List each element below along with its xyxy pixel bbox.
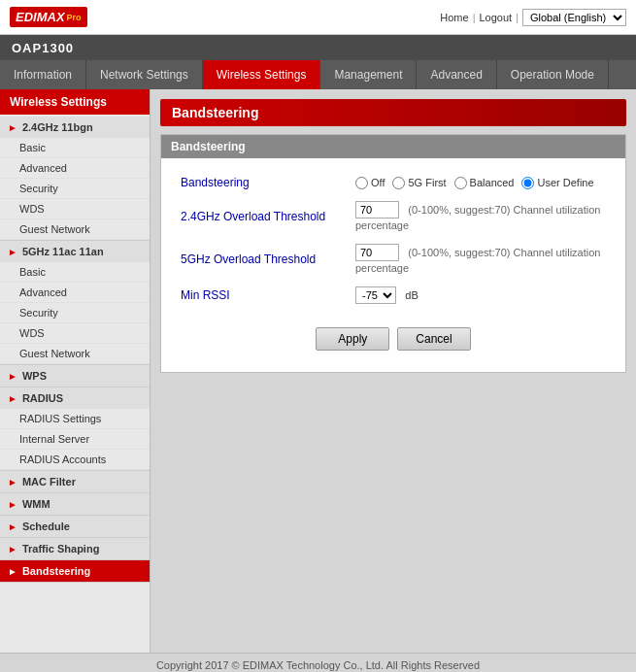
arrow-icon-wps: ►	[8, 371, 17, 382]
sidebar-item-5ghz-advanced[interactable]: Advanced	[0, 283, 150, 303]
sidebar-2ghz-label: 2.4GHz 11bgn	[22, 121, 93, 133]
sidebar-item-mac-filter[interactable]: ► MAC Filter	[0, 471, 150, 493]
logo-text: EDIMAX	[16, 10, 65, 24]
radio-off[interactable]: Off	[355, 177, 385, 189]
sidebar-item-5ghz-wds[interactable]: WDS	[0, 323, 150, 344]
logo-area: EDIMAX Pro	[10, 7, 87, 27]
sidebar-item-2ghz-wds[interactable]: WDS	[0, 199, 150, 219]
content-area: Bandsteering Bandsteering Bandsteering	[151, 89, 636, 653]
sidebar-title: Wireless Settings	[0, 89, 150, 115]
row-2ghz-threshold: 2.4GHz Overload Threshold (0-100%, sugge…	[177, 195, 610, 238]
min-rssi-select[interactable]: -75 -70 -65 -80 -85	[355, 286, 396, 304]
sidebar-group-header-2ghz[interactable]: ► 2.4GHz 11bgn	[0, 117, 150, 138]
sidebar-group-radius: ► RADIUS RADIUS Settings Internal Server…	[0, 387, 150, 471]
radio-label-5gfirst: 5G First	[408, 177, 446, 188]
min-rssi-label: Min RSSI	[177, 281, 351, 310]
nav-management[interactable]: Management	[320, 60, 417, 89]
sep1: |	[473, 12, 476, 23]
threshold-2g-label: 2.4GHz Overload Threshold	[177, 195, 351, 238]
apply-button[interactable]: Apply	[316, 327, 389, 351]
sidebar-item-wps[interactable]: ► WPS	[0, 365, 150, 387]
sidebar-item-5ghz-security[interactable]: Security	[0, 303, 150, 323]
radio-userdefine[interactable]: User Define	[521, 177, 593, 189]
content-box-title: Bandsteering	[161, 135, 625, 158]
radio-5gfirst[interactable]: 5G First	[392, 177, 446, 189]
sep2: |	[516, 12, 519, 23]
sidebar-group-header-radius[interactable]: ► RADIUS	[0, 387, 150, 409]
sidebar-item-5ghz-guest[interactable]: Guest Network	[0, 344, 150, 364]
sidebar-item-2ghz-basic[interactable]: Basic	[0, 138, 150, 158]
model-bar: OAP1300	[0, 35, 636, 60]
button-row: Apply Cancel	[177, 327, 610, 360]
sidebar-wmm-label: WMM	[22, 498, 50, 510]
radio-input-userdefine[interactable]	[521, 177, 534, 189]
sidebar-group-5ghz: ► 5GHz 11ac 11an Basic Advanced Security…	[0, 241, 150, 365]
bandsteering-label: Bandsteering	[177, 170, 351, 195]
sidebar-mac-label: MAC Filter	[22, 476, 76, 487]
sidebar-group-2ghz: ► 2.4GHz 11bgn Basic Advanced Security W…	[0, 117, 150, 241]
arrow-icon-wmm: ►	[8, 499, 17, 510]
sidebar-schedule-label: Schedule	[22, 521, 70, 532]
radio-input-balanced[interactable]	[454, 177, 467, 189]
sidebar-bandsteering-label: Bandsteering	[22, 565, 90, 577]
sidebar-item-radius-internal[interactable]: Internal Server	[0, 429, 150, 450]
logo: EDIMAX Pro	[10, 7, 87, 27]
sidebar-item-2ghz-security[interactable]: Security	[0, 179, 150, 199]
rssi-unit: dB	[405, 289, 418, 301]
logo-pro: Pro	[67, 13, 82, 22]
threshold-5g-input[interactable]	[355, 244, 399, 261]
sidebar-item-bandsteering[interactable]: ► Bandsteering	[0, 560, 150, 583]
sidebar-item-radius-settings[interactable]: RADIUS Settings	[0, 409, 150, 429]
nav-operation-mode[interactable]: Operation Mode	[497, 60, 609, 89]
arrow-icon-bandsteering: ►	[8, 566, 17, 577]
content-box: Bandsteering Bandsteering Off	[160, 134, 626, 373]
home-link[interactable]: Home	[440, 12, 468, 23]
nav-wireless-settings[interactable]: Wireless Settings	[203, 60, 321, 89]
sidebar-5ghz-label: 5GHz 11ac 11an	[22, 246, 104, 257]
language-select[interactable]: Global (English) Chinese Japanese	[522, 9, 626, 26]
nav-bar: Information Network Settings Wireless Se…	[0, 60, 636, 89]
row-min-rssi: Min RSSI -75 -70 -65 -80 -85 dB	[177, 281, 610, 310]
radio-label-balanced: Balanced	[470, 177, 515, 188]
arrow-icon-schedule: ►	[8, 521, 17, 532]
sidebar-item-traffic-shaping[interactable]: ► Traffic Shaping	[0, 538, 150, 560]
sidebar-item-wmm[interactable]: ► WMM	[0, 493, 150, 516]
threshold-2g-input[interactable]	[355, 201, 399, 218]
sidebar: Wireless Settings ► 2.4GHz 11bgn Basic A…	[0, 89, 151, 653]
content-box-body: Bandsteering Off 5G First	[161, 158, 625, 372]
logout-link[interactable]: Logout	[479, 12, 512, 23]
sidebar-item-5ghz-basic[interactable]: Basic	[0, 262, 150, 283]
arrow-icon-mac: ►	[8, 477, 17, 487]
sidebar-traffic-label: Traffic Shaping	[22, 543, 99, 554]
arrow-icon-2ghz: ►	[8, 122, 17, 133]
threshold-5g-label: 5GHz Overload Threshold	[177, 238, 351, 281]
top-bar: EDIMAX Pro Home | Logout | Global (Engli…	[0, 0, 636, 35]
cancel-button[interactable]: Cancel	[397, 327, 470, 351]
row-5ghz-threshold: 5GHz Overload Threshold (0-100%, suggest…	[177, 238, 610, 281]
main-layout: Wireless Settings ► 2.4GHz 11bgn Basic A…	[0, 89, 636, 653]
nav-network-settings[interactable]: Network Settings	[86, 60, 203, 89]
bandsteering-value-cell: Off 5G First Balanced	[351, 170, 610, 195]
arrow-icon-radius: ►	[8, 393, 17, 404]
threshold-5g-value-cell: (0-100%, suggest:70) Channel utilization…	[351, 238, 610, 281]
page-header: Bandsteering	[160, 99, 626, 126]
settings-table: Bandsteering Off 5G First	[177, 170, 610, 310]
sidebar-item-2ghz-advanced[interactable]: Advanced	[0, 158, 150, 179]
arrow-icon-traffic: ►	[8, 544, 17, 554]
min-rssi-value-cell: -75 -70 -65 -80 -85 dB	[351, 281, 610, 310]
sidebar-item-radius-accounts[interactable]: RADIUS Accounts	[0, 450, 150, 470]
footer-text: Copyright 2017 © EDIMAX Technology Co., …	[156, 659, 480, 671]
footer: Copyright 2017 © EDIMAX Technology Co., …	[0, 653, 636, 672]
sidebar-item-schedule[interactable]: ► Schedule	[0, 516, 150, 538]
radio-input-off[interactable]	[355, 177, 368, 189]
radio-balanced[interactable]: Balanced	[454, 177, 515, 189]
nav-information[interactable]: Information	[0, 60, 86, 89]
radio-label-userdefine: User Define	[537, 177, 593, 188]
nav-advanced[interactable]: Advanced	[417, 60, 496, 89]
sidebar-radius-label: RADIUS	[22, 392, 63, 404]
sidebar-item-2ghz-guest[interactable]: Guest Network	[0, 219, 150, 240]
sidebar-wps-label: WPS	[22, 370, 47, 382]
sidebar-group-header-5ghz[interactable]: ► 5GHz 11ac 11an	[0, 241, 150, 262]
radio-input-5gfirst[interactable]	[392, 177, 405, 189]
top-links: Home | Logout | Global (English) Chinese…	[440, 9, 626, 26]
